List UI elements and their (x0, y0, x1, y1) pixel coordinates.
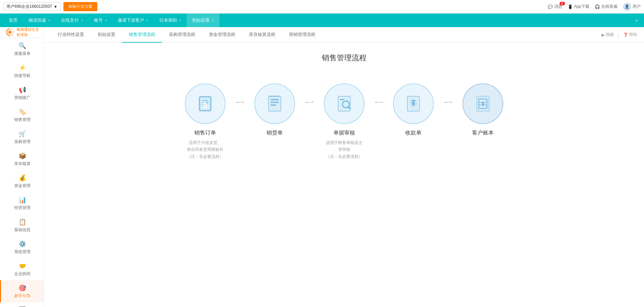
sub-tab-industry[interactable]: 行业特性设置 (51, 27, 91, 43)
logo-area: 畅康通好生意 标准版 (0, 27, 44, 38)
finance-icon: 💰 (19, 174, 26, 182)
video-icon: ▶ (602, 33, 605, 37)
flow-desc-sales-order: 适用于分批发货、有合同发货周期较长（注：非必要流程） (187, 139, 223, 160)
help-doc-btn[interactable]: ❓ 帮助 (623, 32, 637, 38)
close-all-tabs-btn[interactable]: × (632, 18, 641, 23)
top-bar: 用户690企业1660120507 ▼ 体验行业方案 💬 消息 6 📱 App下… (0, 0, 644, 14)
logo-icon (5, 27, 15, 37)
nav-tab-logistics[interactable]: 物流快递 × (23, 14, 56, 27)
nav-tab-home[interactable]: 首页 (3, 14, 23, 27)
nav-tab-account[interactable]: 账号 × (89, 14, 112, 27)
nav-tab-period-label: 往来期初 (159, 17, 177, 23)
svg-rect-11 (271, 104, 276, 106)
sub-tab-marketing-flow[interactable]: 营销管理流程 (282, 27, 322, 43)
close-period-icon[interactable]: × (179, 18, 181, 22)
logo-text: 畅康通好生意 标准版 (17, 27, 39, 38)
flow-circle-sales-order[interactable]: 📄 (185, 83, 226, 124)
flow-circle-audit[interactable] (324, 83, 365, 124)
flow-circle-receipt[interactable]: ¥ (393, 83, 434, 124)
close-account-icon[interactable]: × (105, 18, 107, 22)
logo-line1: 畅康通好生意 (17, 27, 39, 32)
sidebar-item-operations[interactable]: 📊 经营管理 (0, 192, 44, 214)
sidebar-item-inventory-label: 库存核算 (14, 161, 31, 167)
dropdown-arrow-icon: ▼ (54, 4, 58, 9)
sub-tab-init[interactable]: 初始设置 (91, 27, 122, 43)
sidebar-item-collab-label: 企业协同 (14, 271, 31, 277)
svg-rect-12 (338, 96, 350, 111)
operations-icon: 📊 (19, 196, 26, 204)
sidebar-item-guide[interactable]: 🎯 新手引导 (0, 280, 44, 302)
nav-tab-logistics-label: 物流快递 (28, 17, 46, 23)
nav-tab-home-label: 首页 (9, 17, 18, 23)
sidebar-item-quick-nav-label: 快捷导航 (14, 73, 31, 79)
svg-text:¥: ¥ (482, 101, 484, 107)
basic-info-icon: 📋 (19, 218, 26, 226)
sidebar-item-marketing[interactable]: 📢 营销推广 (0, 82, 44, 104)
user-avatar-btn[interactable]: 👤 用户 (623, 3, 641, 11)
svg-rect-9 (271, 99, 279, 100)
marketing-icon: 📢 (19, 86, 26, 94)
sidebar-item-search-label: 搜索菜单 (14, 51, 31, 57)
flow-circle-delivery[interactable] (254, 83, 295, 124)
sidebar-item-finance[interactable]: 💰 资金管理 (0, 170, 44, 192)
sidebar-item-inventory[interactable]: 📦 库存核算 (0, 148, 44, 170)
flow-diagram: 📄 销售订单 适用于分批发货、有合同发货周期较长（注：非必要流程） --→ (58, 83, 630, 160)
purchase-icon: 🛒 (19, 130, 26, 138)
user-name-label: 用户 (632, 4, 641, 9)
flow-label-audit: 单据审核 (333, 129, 355, 137)
online-service-label: 在线客服 (601, 4, 618, 9)
sidebar-item-app-center[interactable]: 🔲 应用中心 (0, 302, 44, 307)
flow-item-sales-order: 📄 销售订单 适用于分批发货、有合同发货周期较长（注：非必要流程） (175, 83, 236, 160)
flow-circle-ledger[interactable]: ¥ (463, 83, 503, 124)
sub-tab-purchase-flow[interactable]: 采购管理流程 (162, 27, 202, 43)
flow-label-receipt: 收款单 (405, 129, 422, 137)
sidebar-item-quick-nav[interactable]: ⚡ 快捷导航 (0, 60, 44, 82)
flow-label-sales-order: 销售订单 (194, 129, 216, 137)
sidebar-item-finance-label: 资金管理 (14, 183, 31, 189)
flow-label-delivery: 销货单 (267, 129, 283, 137)
nav-tab-invite[interactable]: 邀请下游客户 × (112, 14, 154, 27)
help-icon: ❓ (623, 33, 628, 37)
avatar: 👤 (623, 3, 631, 11)
sidebar-item-collab[interactable]: 🤝 企业协同 (0, 258, 44, 280)
online-service-btn[interactable]: 🎧 在线客服 (595, 4, 618, 9)
nav-tab-account-label: 账号 (94, 17, 103, 23)
close-invite-icon[interactable]: × (146, 18, 148, 22)
sidebar-item-system-label: 系统管理 (14, 249, 31, 255)
sidebar-item-sales[interactable]: 🏷️ 销售管理 (0, 104, 44, 126)
svg-rect-10 (271, 102, 279, 103)
quick-nav-icon: ⚡ (19, 64, 26, 71)
sub-tab-sales-flow[interactable]: 销售管理流程 (122, 27, 162, 43)
delivery-icon (265, 94, 284, 113)
sub-tab-finance-flow[interactable]: 资金管理流程 (202, 27, 242, 43)
sidebar-item-sales-label: 销售管理 (14, 117, 31, 123)
layout: 畅康通好生意 标准版 🔍 搜索菜单 ⚡ 快捷导航 📢 营销推广 🏷️ 销售管理 (0, 27, 644, 307)
close-init-icon[interactable]: × (212, 18, 214, 22)
svg-point-1 (8, 31, 11, 34)
user-select[interactable]: 用户690企业1660120507 ▼ (3, 2, 61, 11)
sub-tabs: 行业特性设置 初始设置 销售管理流程 采购管理流程 资金管理流程 库存核算流程 … (44, 27, 644, 43)
flow-item-delivery: 销货单 (244, 83, 305, 139)
sidebar-item-marketing-label: 营销推广 (14, 95, 31, 101)
nav-tab-payment[interactable]: 在线支付 × (56, 14, 88, 27)
app-download-btn[interactable]: 📱 App下载 (568, 4, 589, 9)
sidebar-item-purchase[interactable]: 🛒 采购管理 (0, 126, 44, 148)
nav-tab-init[interactable]: 初始设置 × (187, 14, 219, 27)
trial-btn[interactable]: 体验行业方案 (63, 2, 97, 11)
app-icon: 📱 (568, 4, 573, 9)
sidebar-item-purchase-label: 采购管理 (14, 139, 31, 145)
app-download-label: App下载 (574, 4, 589, 9)
help-video-btn[interactable]: ▶ 视频 (602, 32, 614, 38)
message-btn[interactable]: 💬 消息 6 (548, 4, 562, 9)
search-icon: 🔍 (19, 42, 26, 49)
sidebar-item-basic-info[interactable]: 📋 基础信息 (0, 214, 44, 236)
sidebar-item-search[interactable]: 🔍 搜索菜单 (0, 38, 44, 60)
svg-rect-8 (269, 96, 281, 111)
svg-text:📄: 📄 (202, 102, 209, 108)
close-payment-icon[interactable]: × (81, 18, 83, 22)
sub-tab-inventory-flow[interactable]: 库存核算流程 (242, 27, 282, 43)
sidebar-item-system[interactable]: ⚙️ 系统管理 (0, 236, 44, 258)
collab-icon: 🤝 (19, 262, 26, 270)
nav-tab-period[interactable]: 往来期初 × (154, 14, 187, 27)
close-logistics-icon[interactable]: × (48, 18, 50, 22)
